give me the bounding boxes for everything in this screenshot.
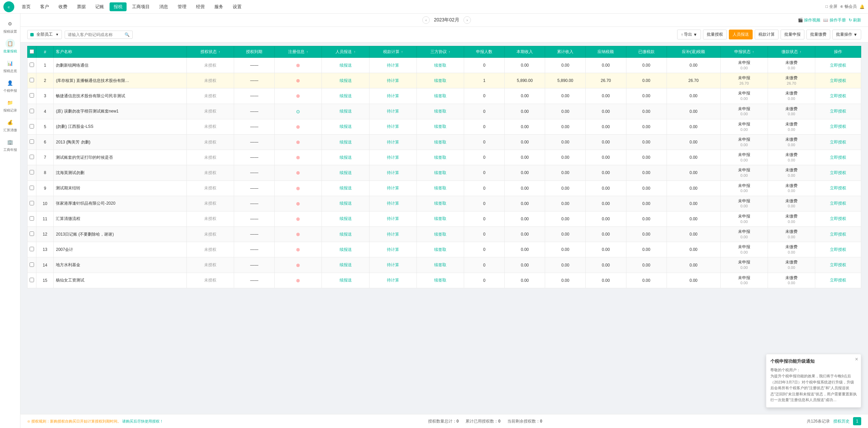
sidebar-label-tax-settings: 报税设置 (3, 29, 17, 34)
auth-action-btn[interactable]: 立即授权 (829, 62, 848, 69)
batch-action-btn[interactable]: 批量操作 ▼ (832, 30, 861, 39)
row-checkbox-5[interactable] (30, 124, 34, 129)
col-person-report[interactable]: 人员报送 ↑ (322, 46, 369, 58)
row-checkbox-12[interactable] (30, 232, 34, 236)
col-report-status[interactable]: 申报状态 ↑ (720, 46, 768, 58)
batch-auth-btn[interactable]: 批量授权 (703, 30, 727, 39)
row-reg-info: ⊗ (275, 73, 322, 88)
row-checkbox-1[interactable] (30, 63, 34, 67)
search-icon[interactable]: 🔍 (125, 32, 130, 37)
person-report-btn[interactable]: 人员报送 (729, 30, 753, 39)
row-checkbox-4[interactable] (30, 109, 34, 113)
row-person-report: 续报送 (322, 58, 369, 73)
auth-action-btn[interactable]: 立即授权 (829, 246, 848, 253)
col-tax-calc[interactable]: 税款计算 ↑ (369, 46, 416, 58)
search-input[interactable] (68, 32, 123, 37)
select-all-checkbox[interactable] (30, 49, 34, 54)
row-pay-status: 未缴费0.00 (768, 150, 815, 165)
auth-notice: ⊙ 授权规则：新购授权自购买日开始计算授权到期时间。 请购买后尽快使用授权！ (27, 419, 163, 424)
row-index: 4 (36, 104, 54, 119)
row-report-status: 未申报0.00 (720, 227, 768, 242)
toolbar-right: ↑ 导出 ▼ 批量授权 人员报送 税款计算 批量申报 批量缴费 (677, 30, 861, 39)
row-checkbox-6[interactable] (30, 139, 34, 144)
auth-action-btn[interactable]: 立即授权 (829, 92, 848, 100)
nav-billing[interactable]: 收费 (54, 2, 71, 11)
auth-action-btn[interactable]: 立即授权 (829, 123, 848, 130)
export-btn[interactable]: ↑ 导出 ▼ (677, 30, 701, 39)
row-checkbox-15[interactable] (30, 278, 34, 282)
notification-close-btn[interactable]: × (855, 356, 858, 362)
row-current-income: 0.00 (505, 242, 545, 257)
nav-settings[interactable]: 设置 (229, 2, 246, 11)
nav-management[interactable]: 管理 (174, 2, 191, 11)
row-total-income: 0.00 (545, 88, 586, 104)
sidebar-item-tax-settings[interactable]: ⚙ 报税设置 (1, 17, 19, 36)
auth-action-btn[interactable]: 立即授权 (829, 231, 848, 238)
row-checkbox-7[interactable] (30, 155, 34, 159)
col-reg-info[interactable]: 注册信息 ↑ (275, 46, 322, 58)
auth-action-btn[interactable]: 立即授权 (829, 185, 848, 192)
batch-pay-btn[interactable]: 批量缴费 (806, 30, 830, 39)
auth-action-btn[interactable]: 立即授权 (829, 169, 848, 176)
member-btn[interactable]: ⊕ 畅会员 (840, 4, 857, 10)
nav-invoice[interactable]: 票据 (73, 2, 90, 11)
auth-action-btn[interactable]: 立即授权 (829, 154, 848, 161)
row-checkbox-14[interactable] (30, 262, 34, 267)
row-checkbox-cell (28, 88, 36, 104)
nav-customer[interactable]: 客户 (36, 2, 53, 11)
row-checkbox-9[interactable] (30, 186, 34, 190)
operation-manual-link[interactable]: 📖 操作手册 (823, 17, 846, 23)
auth-action-btn[interactable]: 立即授权 (829, 277, 848, 284)
auth-action-btn[interactable]: 立即授权 (829, 200, 848, 207)
nav-message[interactable]: 消息 (155, 2, 172, 11)
row-checkbox-10[interactable] (30, 201, 34, 205)
sidebar-item-tax-overview[interactable]: 📊 报税总览 (1, 56, 19, 75)
row-tax-payable: 0.00 (586, 273, 626, 288)
auth-action-btn[interactable]: 立即授权 (829, 108, 848, 115)
employee-filter-select[interactable]: 全部员工 ▼ (27, 30, 62, 39)
nav-operations[interactable]: 经营 (192, 2, 209, 11)
operation-video-link[interactable]: 🎬 操作视频 (798, 17, 820, 23)
auth-action-btn[interactable]: 立即授权 (829, 77, 848, 84)
row-checkbox-11[interactable] (30, 216, 34, 221)
row-checkbox-8[interactable] (30, 170, 34, 174)
col-triparty[interactable]: 三方协议 ↑ (416, 46, 464, 58)
nav-right-area: □ 全屏 ⊕ 畅会员 🔔 (825, 4, 865, 10)
row-person-report: 续报送 (322, 242, 369, 257)
row-index: 11 (36, 211, 54, 226)
auth-history-link[interactable]: 授权历史 (833, 418, 850, 424)
auth-action-btn[interactable]: 立即授权 (829, 139, 848, 146)
notification-bell[interactable]: 🔔 (859, 4, 865, 9)
nav-home[interactable]: 首页 (18, 2, 35, 11)
page-1-btn[interactable]: 1 (853, 417, 861, 425)
nav-service[interactable]: 服务 (210, 2, 227, 11)
col-pay-status[interactable]: 缴款状态 ↑ (768, 46, 815, 58)
auth-action-btn[interactable]: 立即授权 (829, 215, 848, 222)
row-auth-status: 未授权 (186, 104, 234, 119)
prev-period-btn[interactable]: ‹ (422, 16, 430, 24)
sidebar-item-tax-records[interactable]: 📁 报税记录 (1, 96, 19, 115)
row-index: 5 (36, 119, 54, 134)
row-checkbox-3[interactable] (30, 93, 34, 98)
row-applicants: 0 (464, 257, 505, 273)
row-checkbox-2[interactable] (30, 78, 34, 82)
tax-calc-btn[interactable]: 税款计算 (755, 30, 779, 39)
sidebar-item-personal-tax[interactable]: 👤 个税申报 (1, 76, 19, 95)
row-auth-status: 未授权 (186, 73, 234, 88)
nav-bookkeeping[interactable]: 记账 (91, 2, 108, 11)
row-action: 立即授权 (815, 242, 861, 257)
batch-report-btn[interactable]: 批量申报 (781, 30, 804, 39)
next-period-btn[interactable]: › (463, 16, 471, 24)
row-checkbox-13[interactable] (30, 247, 34, 251)
purchase-link[interactable]: 请购买后尽快使用授权！ (122, 419, 163, 423)
auth-action-btn[interactable]: 立即授权 (829, 261, 848, 269)
refresh-btn[interactable]: ↻ 刷新 (849, 17, 861, 23)
nav-tax[interactable]: 报税 (110, 2, 127, 11)
nav-business[interactable]: 工商项目 (128, 2, 154, 11)
sidebar-item-batch-tax[interactable]: 📋 批量报税 (1, 37, 19, 56)
sidebar-item-annual-settlement[interactable]: 💰 汇算清缴 (1, 116, 19, 135)
col-auth-status[interactable]: 授权状态 ↑ (186, 46, 234, 58)
row-action: 立即授权 (815, 104, 861, 119)
fullscreen-btn[interactable]: □ 全屏 (825, 4, 837, 10)
sidebar-item-annual-report[interactable]: 🏢 工商年报 (1, 135, 19, 154)
